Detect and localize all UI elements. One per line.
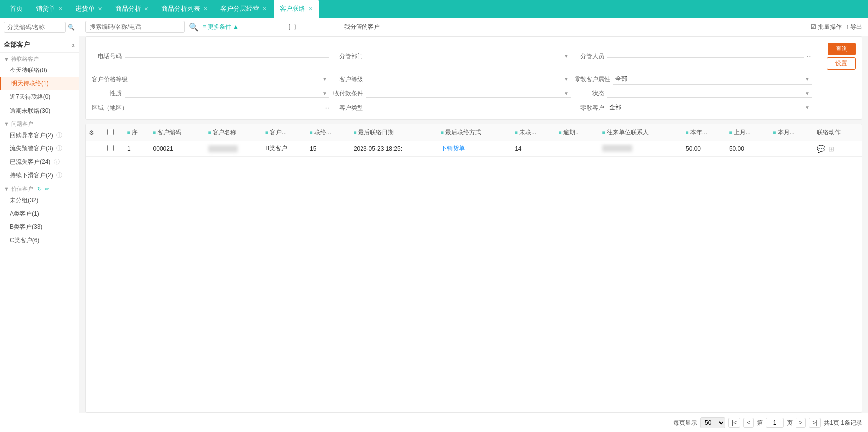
region-input[interactable] (131, 107, 321, 109)
status-select[interactable]: ▼ (607, 90, 812, 98)
batch-op-btn[interactable]: ☑ 批量操作 (811, 23, 842, 31)
sidebar-item-overdue[interactable]: 逾期未联络(30) (0, 104, 79, 118)
refresh-icon[interactable]: ↻ (37, 186, 42, 192)
price-level-select[interactable]: ▼ (131, 75, 329, 83)
cell-this-month (770, 141, 814, 157)
query-button[interactable]: 查询 (828, 43, 856, 55)
customer-type-input[interactable] (366, 107, 571, 109)
chevron-up-icon: ▲ (233, 23, 239, 30)
info-icon: ⓘ (56, 132, 62, 139)
more-conditions-btn[interactable]: ≡ 更多条件 ▲ (203, 23, 239, 31)
cell-last-date: 2023-05-23 18:25: (351, 141, 438, 157)
search-input[interactable] (85, 21, 185, 33)
sidebar-item-class-a[interactable]: A类客户(1) (0, 207, 79, 220)
col-checkbox (104, 124, 124, 141)
sidebar-item-lost[interactable]: 已流失客户(24) ⓘ (0, 155, 79, 169)
payment-chevron: ▼ (564, 91, 569, 96)
prev-page-btn[interactable]: < (743, 418, 754, 428)
retail-customer-chevron: ▼ (805, 105, 810, 110)
collapse-icon[interactable]: « (71, 41, 75, 49)
row-checkbox[interactable] (107, 145, 114, 151)
first-page-btn[interactable]: |< (728, 418, 740, 428)
more-action-icon[interactable]: ⊞ (828, 145, 834, 153)
cell-checkbox (104, 141, 124, 157)
sidebar-item-lostwarning[interactable]: 流失预警客户(3) ⓘ (0, 142, 79, 155)
export-btn[interactable]: ↑ 导出 (846, 23, 862, 31)
col-last-date: ≡最后联络日期 (351, 124, 438, 141)
adv-filter-panel: 电话号码 分管部门 ▼ 分管人员 ··· 查询 设置 (85, 36, 862, 120)
close-contact-icon[interactable]: ✕ (308, 6, 313, 12)
sidebar-item-class-c[interactable]: C类客户(6) (0, 234, 79, 247)
sidebar-item-abnormal[interactable]: 回购异常客户(2) ⓘ (0, 129, 79, 142)
nav-customer-segment[interactable]: 客户分层经营 ✕ (215, 0, 273, 18)
nav-home[interactable]: 首页 (4, 0, 29, 18)
page-input[interactable] (766, 418, 784, 428)
col-settings[interactable]: ⚙ (86, 124, 104, 141)
manager-input[interactable] (607, 55, 804, 58)
col-name: ≡客户名称 (205, 124, 262, 141)
per-page-label: 每页显示 (673, 419, 697, 427)
value-customers-group: ▼ 价值客户 ↻ ✏ (0, 183, 79, 194)
cell-last-month: 50.00 (726, 141, 770, 157)
arrow-down-icon2: ▼ (4, 121, 9, 127)
filter-row-3: 性质 ▼ 收付款条件 ▼ 状态 (92, 87, 856, 100)
last-page-btn[interactable]: >| (809, 418, 821, 428)
retail-attr-select[interactable]: 全部 ▼ (613, 74, 812, 85)
col-unit-contact: ≡往来单位联系人 (599, 124, 683, 141)
cell-contact: 15 (307, 141, 351, 157)
nav-sales[interactable]: 销货单 ✕ (30, 0, 69, 18)
export-icon: ↑ (846, 23, 849, 30)
nav-goods-analysis-list[interactable]: 商品分析列表 ✕ (155, 0, 214, 18)
my-customers-checkbox-label[interactable]: 我分管的客户 (243, 23, 380, 31)
region-dots[interactable]: ··· (324, 104, 329, 111)
payment-select[interactable]: ▼ (366, 90, 571, 98)
problem-customers-group: ▼ 问题客户 (0, 118, 79, 129)
info-icon4: ⓘ (56, 172, 62, 179)
filter-row-4: 区域（地区） ··· 客户类型 零散客户 全部 ▼ (92, 100, 856, 115)
close-sales-icon[interactable]: ✕ (58, 6, 63, 12)
status-chevron: ▼ (805, 91, 810, 96)
next-page-btn[interactable]: > (796, 418, 806, 428)
phone-input[interactable] (125, 55, 329, 58)
filter-field-customer-level: 客户等级 ▼ (333, 75, 571, 84)
customer-level-chevron: ▼ (564, 76, 569, 82)
close-segment-icon[interactable]: ✕ (262, 6, 267, 12)
per-page-select[interactable]: 50 10 20 100 (700, 417, 725, 428)
sidebar-item-ungroup[interactable]: 未分组(32) (0, 194, 79, 207)
contact-action-icon[interactable]: 💬 (817, 145, 825, 153)
table-row: 1 000021 Ea B类客户 15 2023-05-23 18:25: 下销… (86, 141, 862, 157)
nav-purchase[interactable]: 进货单 ✕ (70, 0, 108, 18)
last-contact-way-link[interactable]: 下销货单 (441, 145, 465, 152)
sidebar-item-class-b[interactable]: B类客户(33) (0, 220, 79, 234)
sidebar-item-7days[interactable]: 近7天待联络(0) (0, 90, 79, 104)
retail-attr-chevron: ▼ (805, 76, 810, 82)
col-code: ≡客户编码 (150, 124, 205, 141)
sidebar-search-input[interactable] (4, 22, 66, 33)
cell-last-way: 下销货单 (438, 141, 512, 157)
select-all-checkbox[interactable] (107, 129, 114, 135)
filter-field-retail-attr: 零散客户属性 全部 ▼ (575, 74, 812, 85)
my-customers-checkbox[interactable] (243, 24, 342, 30)
customer-level-select[interactable]: ▼ (366, 75, 571, 83)
filter-field-status: 状态 ▼ (575, 89, 812, 98)
retail-customer-select[interactable]: 全部 ▼ (607, 102, 812, 113)
sidebar-item-declining[interactable]: 持续下滑客户(2) ⓘ (0, 169, 79, 182)
dept-select[interactable]: ▼ (366, 52, 571, 60)
edit-icon[interactable]: ✏ (45, 186, 49, 192)
filter-field-nature: 性质 ▼ (92, 89, 329, 98)
close-goods-analysis-icon[interactable]: ✕ (144, 6, 148, 12)
close-goods-list-icon[interactable]: ✕ (203, 6, 208, 12)
filter-search-icon[interactable]: 🔍 (189, 22, 199, 32)
close-purchase-icon[interactable]: ✕ (98, 6, 102, 12)
nav-goods-analysis[interactable]: 商品分析 ✕ (109, 0, 154, 18)
col-no-contact: ≡未联... (512, 124, 556, 141)
nav-customer-contact[interactable]: 客户联络 ✕ (274, 0, 319, 18)
sidebar-item-tomorrow[interactable]: 明天待联络(1) (0, 77, 79, 90)
sidebar-item-today[interactable]: 今天待联络(0) (0, 64, 79, 77)
sidebar: 🔍 全部客户 « ▼ 待联络客户 今天待联络(0) 明天待联络(1) 近7天待联… (0, 18, 79, 432)
settings-button[interactable]: 设置 (827, 57, 856, 70)
manager-dots[interactable]: ··· (807, 53, 812, 60)
col-action: 联络动作 (814, 124, 862, 141)
sidebar-search-icon[interactable]: 🔍 (68, 24, 75, 31)
nature-select[interactable]: ▼ (125, 90, 329, 98)
